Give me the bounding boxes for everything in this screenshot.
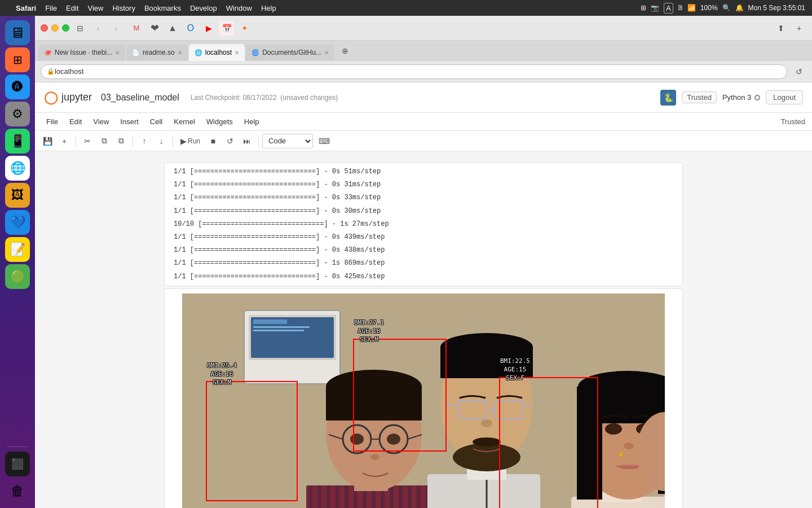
cut-cell-button[interactable]: ✂ [80, 134, 95, 148]
tab-documents-close[interactable]: ✕ [324, 50, 329, 56]
dock-vscode[interactable]: 💙 [5, 210, 30, 235]
run-button[interactable]: ▶ Run [176, 134, 204, 148]
help-menu[interactable]: Help [261, 4, 276, 12]
save-button[interactable]: 💾 [39, 134, 55, 148]
jupyter-brand-text: jupyter [61, 91, 92, 103]
output-text-cell: 1/1 [==============================] - 0… [164, 163, 683, 286]
svg-point-30 [453, 443, 520, 471]
menu-view[interactable]: View [89, 115, 113, 128]
safari-menu[interactable]: Safari [16, 4, 36, 12]
window-menu[interactable]: Window [226, 4, 252, 12]
menu-file[interactable]: File [42, 115, 63, 128]
dock-system-prefs[interactable]: ⚙ [5, 102, 30, 126]
dock-trash[interactable]: 🗑 [5, 479, 30, 503]
file-menu[interactable]: File [45, 4, 57, 12]
youtube-bookmark[interactable]: ▶ [201, 21, 216, 36]
pocket-bookmark[interactable]: ❤ [147, 21, 162, 36]
localhost-favicon: 🌐 [195, 49, 202, 56]
sidebar-toggle-button[interactable]: ⊟ [73, 21, 87, 36]
detection-label-3: BMI:22.5 AGE:15 SEX:F [500, 357, 530, 383]
jupyter-bookmark[interactable]: ✦ [237, 21, 252, 36]
notebook-title[interactable]: 03_baseline_model [101, 93, 179, 103]
search-icon[interactable]: 🔍 [722, 4, 731, 12]
svg-point-45 [619, 452, 623, 457]
kernel-status-circle [754, 95, 760, 100]
history-menu[interactable]: History [112, 4, 135, 12]
address-text: localhost [55, 67, 83, 76]
menu-insert[interactable]: Insert [116, 115, 143, 128]
tab-new-issue-close[interactable]: ✕ [115, 50, 120, 56]
move-down-button[interactable]: ↓ [153, 134, 169, 148]
calendar-bookmark[interactable]: 📅 [219, 21, 234, 36]
browser-tabs-bar: 🐙 New Issue · thebi... ✕ 📄 readme.so ✕ 🌐… [35, 41, 812, 61]
new-tab-button[interactable]: + [792, 21, 806, 36]
tabs-overflow-button[interactable]: ⊕ [338, 43, 352, 58]
menu-edit[interactable]: Edit [65, 115, 86, 128]
svg-rect-6 [253, 326, 310, 328]
documents-favicon: 🌀 [251, 49, 259, 56]
stop-button[interactable]: ■ [205, 134, 221, 148]
notebook-body[interactable]: 1/1 [==============================] - 0… [35, 151, 812, 508]
dock-preview[interactable]: 🖼 [5, 183, 30, 208]
tab-localhost-close[interactable]: ✕ [235, 50, 239, 56]
gmail-bookmark[interactable]: M [129, 21, 144, 36]
tab-readme[interactable]: 📄 readme.so ✕ [126, 44, 188, 61]
menu-kernel[interactable]: Kernel [169, 115, 200, 128]
outlook-bookmark[interactable]: O [183, 21, 198, 36]
maximize-window-button[interactable] [62, 24, 69, 32]
tab-documents[interactable]: 🌀 Documents/GitHu... ✕ [246, 44, 334, 61]
trusted-label-menubar: Trusted [780, 117, 805, 126]
view-menu[interactable]: View [88, 4, 104, 12]
trusted-badge: Trusted [682, 91, 717, 103]
wifi-icon: 📶 [687, 4, 696, 12]
tab-readme-close[interactable]: ✕ [178, 50, 182, 56]
dock-launchpad[interactable]: ⊞ [5, 47, 30, 72]
cell-type-select[interactable]: Code [262, 134, 313, 148]
jupyter-menubar: File Edit View Insert Cell Kernel Widget… [35, 113, 812, 131]
detection-label-2: BMI:27.1 AGE:18 SEX:M [354, 318, 384, 344]
back-button[interactable]: ‹ [91, 21, 105, 36]
gdrive-bookmark[interactable]: ▲ [165, 21, 180, 36]
develop-menu[interactable]: Develop [190, 4, 217, 12]
add-cell-button[interactable]: + [56, 134, 72, 148]
share-button[interactable]: ⬆ [774, 21, 788, 36]
dock-launchpad2[interactable]: 🟢 [5, 264, 30, 289]
notification-icon[interactable]: 🔔 [735, 4, 744, 12]
dock-finder[interactable]: 🖥 [5, 20, 30, 45]
paste-cell-button[interactable]: ⧉ [113, 134, 129, 148]
forward-button[interactable]: › [109, 21, 123, 36]
kernel-indicator: Python 3 [722, 93, 760, 102]
tab-localhost[interactable]: 🌐 localhost ✕ [189, 44, 245, 61]
tab-new-issue-label: New Issue · thebi... [55, 49, 112, 56]
move-up-button[interactable]: ↑ [136, 134, 152, 148]
toolbar-separator-4 [258, 135, 259, 147]
battery-text: 100% [700, 4, 718, 12]
dock-notes[interactable]: 📝 [5, 237, 30, 262]
output-line-6: 1/1 [==============================] - 0… [165, 231, 682, 244]
menu-widgets[interactable]: Widgets [202, 115, 237, 128]
restart-button[interactable]: ↺ [222, 134, 238, 148]
edit-menu[interactable]: Edit [66, 4, 78, 12]
menu-help[interactable]: Help [240, 115, 264, 128]
dock: 🖥 ⊞ 🅐 ⚙ 📱 🌐 🖼 💙 📝 🟢 ⬛ 🗑 [0, 16, 35, 508]
dock-app-store[interactable]: 🅐 [5, 75, 30, 99]
tab-new-issue[interactable]: 🐙 New Issue · thebi... ✕ [38, 44, 125, 61]
dock-chrome[interactable]: 🌐 [5, 156, 30, 181]
address-input[interactable]: 🔒 localhost [41, 64, 787, 79]
bookmarks-menu[interactable]: Bookmarks [144, 4, 181, 12]
svg-point-23 [387, 433, 400, 445]
reload-button[interactable]: ↺ [792, 64, 806, 79]
output-image-cell: BMI:25.4 AGE:16 SEX:M BMI:27.1 AGE:18 SE… [164, 288, 683, 508]
copy-cell-button[interactable]: ⧉ [96, 134, 112, 148]
dock-terminal[interactable]: ⬛ [5, 452, 30, 476]
menu-cell[interactable]: Cell [145, 115, 167, 128]
new-issue-favicon: 🐙 [44, 49, 52, 56]
dock-whatsapp[interactable]: 📱 [5, 129, 30, 154]
keyboard-shortcuts-button[interactable]: ⌨ [316, 134, 332, 148]
minimize-window-button[interactable] [51, 24, 59, 32]
camera-icon: 📷 [651, 4, 659, 12]
close-window-button[interactable] [41, 24, 48, 32]
logout-button[interactable]: Logout [766, 90, 803, 104]
next-button[interactable]: ⏭ [239, 134, 255, 148]
output-line-2: 1/1 [==============================] - 0… [165, 178, 682, 191]
